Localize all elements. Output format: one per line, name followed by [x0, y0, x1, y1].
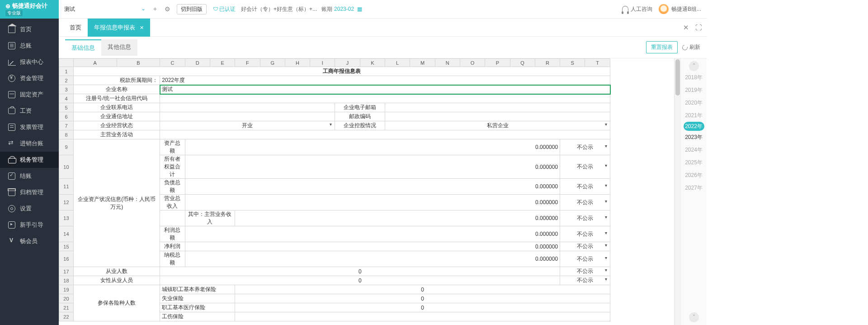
col-header[interactable]: G	[260, 59, 285, 67]
refresh-button[interactable]: 刷新	[682, 43, 700, 51]
cell[interactable]: 不公示	[560, 155, 610, 179]
user-menu[interactable]: 畅捷通B组...	[659, 4, 701, 14]
cell[interactable]: 纳税总额	[160, 251, 185, 267]
cell[interactable]	[160, 94, 610, 103]
cell[interactable]: 0.000000	[185, 139, 560, 155]
cell[interactable]: 负债总额	[160, 179, 185, 195]
cell[interactable]: 从业人数	[73, 267, 160, 276]
col-header[interactable]: B	[117, 59, 160, 67]
sidebar-item-tax[interactable]: 税务管理	[0, 152, 59, 168]
col-header[interactable]: H	[285, 59, 310, 67]
row-header[interactable]: 7	[59, 121, 74, 130]
cell[interactable]: 0.000000	[185, 179, 560, 195]
cell[interactable]: 不公示	[560, 267, 610, 276]
cell[interactable]: 其中：主营业务收入	[185, 210, 235, 226]
add-icon[interactable]: ＋	[152, 5, 158, 13]
cell[interactable]: 主营业务活动	[73, 130, 160, 139]
col-header[interactable]: I	[310, 59, 335, 67]
cell[interactable]: 注册号/统一社会信用代码	[73, 94, 160, 103]
reset-report-button[interactable]: 重置报表	[646, 41, 678, 53]
col-header[interactable]: A	[73, 59, 117, 67]
row-header[interactable]: 17	[59, 267, 74, 276]
sidebar-item-report[interactable]: 报表中心	[0, 54, 59, 70]
row-header[interactable]: 9	[59, 139, 74, 155]
sidebar-item-invoice[interactable]: 发票管理	[0, 119, 59, 135]
cell[interactable]: 所有者权益合计	[160, 155, 185, 179]
cell[interactable]: 职工基本医疗保险	[160, 303, 235, 312]
row-header[interactable]: 4	[59, 94, 74, 103]
year-item[interactable]: 2022年	[684, 122, 704, 131]
col-header[interactable]: P	[485, 59, 510, 67]
cell[interactable]: 不公示	[560, 242, 610, 251]
cell[interactable]: 不公示	[560, 276, 610, 285]
year-item[interactable]: 2021年	[681, 109, 707, 122]
row-header[interactable]: 21	[59, 303, 74, 312]
row-header[interactable]: 6	[59, 112, 74, 121]
cell[interactable]: 企业通信地址	[73, 112, 160, 121]
tab-annual-report[interactable]: 年报信息申报表 ✕	[88, 19, 150, 37]
cell[interactable]: 2022年度	[160, 76, 610, 85]
cell[interactable]	[160, 112, 335, 121]
cell[interactable]: 0.000000	[235, 210, 560, 226]
vertical-scrollbar[interactable]	[674, 58, 680, 325]
spreadsheet[interactable]: ABCDEFGHIJKLMNOPQRST 1工商年报信息表2税款所属期间：202…	[59, 58, 610, 321]
col-header[interactable]: Q	[510, 59, 535, 67]
cell[interactable]: 工商年报信息表	[73, 67, 610, 76]
col-header[interactable]: R	[535, 59, 560, 67]
cell[interactable]: 0	[235, 303, 610, 312]
sidebar-item-close[interactable]: 结账	[0, 168, 59, 184]
cell[interactable]: 不公示	[560, 139, 610, 155]
cell[interactable]: 0.000000	[185, 251, 560, 267]
sidebar-item-set[interactable]: 设置	[0, 201, 59, 217]
sidebar-item-asset[interactable]: 固定资产	[0, 86, 59, 103]
cell[interactable]: 私营企业	[385, 121, 610, 130]
row-header[interactable]: 11	[59, 179, 74, 195]
year-item[interactable]: 2024年	[681, 143, 707, 156]
cell[interactable]	[385, 112, 610, 121]
cell[interactable]	[160, 103, 335, 112]
sidebar-item-ledger[interactable]: 总账	[0, 38, 59, 54]
sidebar-item-fund[interactable]: 资金管理	[0, 70, 59, 86]
cell[interactable]: 工伤保险	[160, 312, 235, 321]
cell[interactable]	[385, 103, 610, 112]
gear-icon[interactable]: ⚙	[165, 5, 170, 13]
cell[interactable]: 0.000000	[185, 226, 560, 242]
col-header[interactable]: F	[235, 59, 260, 67]
row-header[interactable]: 14	[59, 226, 74, 242]
company-selector[interactable]: 测试 ⌄	[64, 5, 146, 13]
year-down-icon[interactable]: ˅	[689, 312, 699, 322]
year-up-icon[interactable]: ˄	[689, 61, 699, 71]
row-header[interactable]: 10	[59, 155, 74, 179]
cell[interactable]: 0	[235, 285, 610, 294]
cell[interactable]: 0	[235, 294, 610, 303]
cell[interactable]: 营业总收入	[160, 195, 185, 210]
cell[interactable]: 资产总额	[160, 139, 185, 155]
sidebar-item-inout[interactable]: 进销台账	[0, 135, 59, 152]
year-item[interactable]: 2025年	[681, 156, 707, 169]
cell[interactable]: 税款所属期间：	[73, 76, 160, 85]
col-header[interactable]	[59, 59, 74, 67]
year-item[interactable]: 2026年	[681, 169, 707, 182]
cell[interactable]: 女性从业人员	[73, 276, 160, 285]
cell[interactable]: 利润总额	[160, 226, 185, 242]
cell[interactable]: 不公示	[560, 179, 610, 195]
col-header[interactable]: D	[185, 59, 210, 67]
cell[interactable]: 0.000000	[185, 195, 560, 210]
col-header[interactable]: S	[560, 59, 585, 67]
row-header[interactable]: 19	[59, 285, 74, 294]
inner-tab-other[interactable]: 其他信息	[101, 39, 137, 56]
cell[interactable]: 0	[160, 267, 560, 276]
col-header[interactable]: C	[160, 59, 185, 67]
cell[interactable]: 不公示	[560, 226, 610, 242]
row-header[interactable]: 3	[59, 85, 74, 94]
col-header[interactable]: K	[360, 59, 385, 67]
cell[interactable]: 净利润	[160, 242, 185, 251]
row-header[interactable]: 13	[59, 210, 74, 226]
sidebar-item-guide[interactable]: 新手引导	[0, 217, 59, 233]
cell[interactable]	[160, 130, 610, 139]
cell[interactable]: 不公示	[560, 210, 610, 226]
cell[interactable]: 企业控股情况	[335, 121, 385, 130]
switch-old-button[interactable]: 切到旧版	[177, 4, 207, 14]
support-link[interactable]: 人工咨询	[622, 5, 652, 13]
row-header[interactable]: 22	[59, 312, 74, 321]
